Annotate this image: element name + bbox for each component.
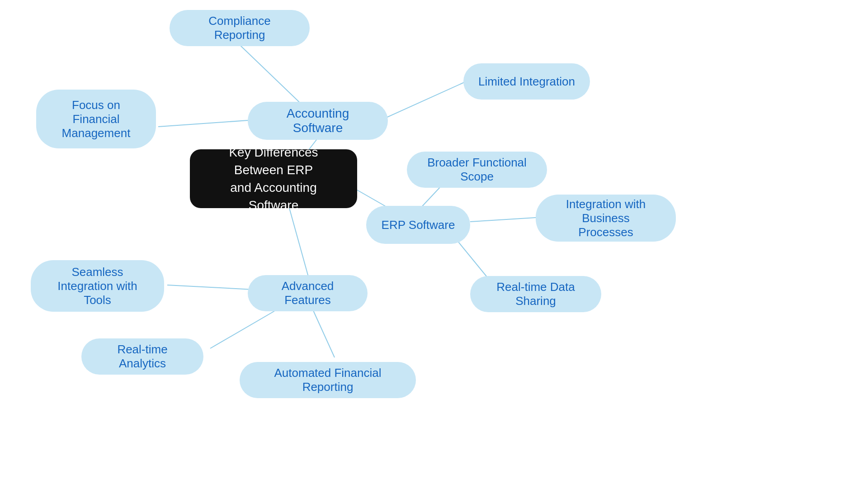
focus-financial-node: Focus on FinancialManagement — [36, 90, 156, 148]
erp-software-node: ERP Software — [366, 206, 470, 244]
svg-line-3 — [381, 80, 469, 120]
automated-financial-label: Automated Financial Reporting — [253, 366, 402, 394]
focus-financial-label: Focus on FinancialManagement — [50, 98, 142, 140]
svg-line-6 — [470, 217, 542, 222]
broader-functional-label: Broader Functional Scope — [420, 156, 533, 184]
accounting-software-label: Accounting Software — [261, 106, 374, 135]
svg-line-9 — [167, 285, 253, 290]
realtime-data-node: Real-time Data Sharing — [470, 276, 601, 312]
seamless-integration-node: Seamless Integration withTools — [31, 260, 164, 312]
compliance-reporting-node: Compliance Reporting — [170, 10, 310, 46]
center-node: Key Differences Between ERPand Accountin… — [190, 149, 357, 208]
erp-software-label: ERP Software — [382, 218, 455, 232]
svg-line-2 — [158, 120, 255, 127]
broader-functional-node: Broader Functional Scope — [407, 152, 547, 188]
realtime-analytics-node: Real-time Analytics — [81, 338, 203, 375]
integration-business-label: Integration with BusinessProcesses — [549, 197, 662, 239]
advanced-features-label: Advanced Features — [261, 279, 354, 307]
svg-line-10 — [210, 308, 280, 348]
compliance-reporting-label: Compliance Reporting — [183, 14, 296, 42]
realtime-analytics-label: Real-time Analytics — [95, 343, 190, 371]
realtime-data-label: Real-time Data Sharing — [484, 280, 588, 308]
automated-financial-node: Automated Financial Reporting — [240, 362, 416, 398]
advanced-features-node: Advanced Features — [248, 275, 368, 311]
limited-integration-node: Limited Integration — [463, 63, 590, 100]
accounting-software-node: Accounting Software — [248, 102, 388, 140]
limited-integration-label: Limited Integration — [478, 75, 575, 89]
center-label: Key Differences Between ERPand Accountin… — [208, 143, 339, 214]
seamless-integration-label: Seamless Integration withTools — [44, 265, 151, 307]
integration-business-node: Integration with BusinessProcesses — [536, 195, 676, 242]
svg-line-11 — [312, 308, 335, 357]
